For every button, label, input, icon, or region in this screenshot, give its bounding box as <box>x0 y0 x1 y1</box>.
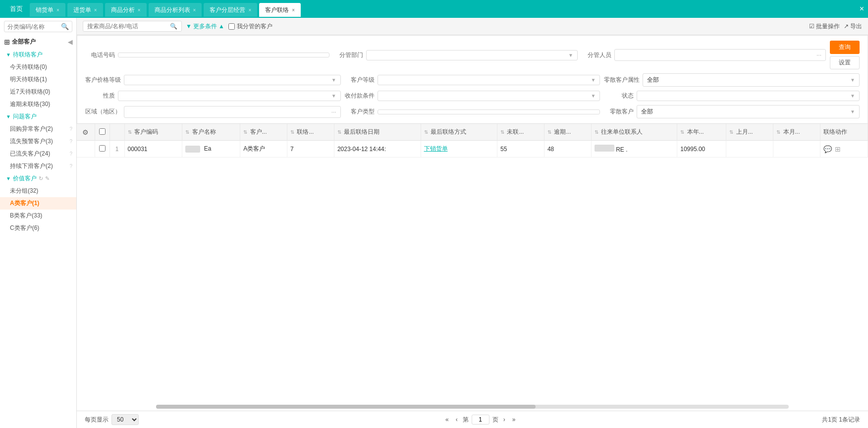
payment-select[interactable]: ▼ <box>378 91 600 101</box>
all-customers-header[interactable]: ⊞ 全部客户 ◀ <box>0 35 76 49</box>
chat-icon[interactable]: 💬 <box>823 145 832 153</box>
sidebar-item-7days-contact[interactable]: 近7天待联络(0) <box>0 86 76 98</box>
close-customer-segment-icon[interactable]: × <box>248 7 251 13</box>
edit-icon[interactable]: ✎ <box>45 175 50 182</box>
col-overdue[interactable]: ⇅ 逾期... <box>544 124 591 141</box>
sidebar-item-class-a[interactable]: A类客户(1) <box>0 197 76 210</box>
page-number-input[interactable] <box>472 415 489 425</box>
col-last-month[interactable]: ⇅ 上月... <box>726 124 773 141</box>
col-checkbox[interactable] <box>95 124 109 141</box>
sidebar-item-class-c[interactable]: C类客户(6) <box>0 222 76 234</box>
sidebar-item-declining[interactable]: 持续下滑客户(2) ? <box>0 160 76 172</box>
next-page-button[interactable]: › <box>501 415 507 424</box>
sort-overdue-icon[interactable]: ⇅ <box>547 129 551 135</box>
close-product-analysis-icon[interactable]: × <box>138 7 141 13</box>
search-submit-icon[interactable]: 🔍 <box>170 23 177 30</box>
sort-contact-icon[interactable]: ⇅ <box>290 129 294 135</box>
collapse-icon[interactable]: ◀ <box>68 39 72 46</box>
export-button[interactable]: ↗ 导出 <box>844 22 862 31</box>
sidebar-item-today-contact[interactable]: 今天待联络(0) <box>0 61 76 73</box>
search-input[interactable] <box>87 23 170 30</box>
col-last-contact-method[interactable]: ⇅ 最后联络方式 <box>421 124 497 141</box>
sort-last-month-icon[interactable]: ⇅ <box>729 129 733 135</box>
close-customer-contact-icon[interactable]: × <box>292 7 295 13</box>
sidebar-item-churned[interactable]: 已流失客户(24) ? <box>0 148 76 160</box>
customer-grade-select[interactable]: ▼ <box>378 75 600 85</box>
horizontal-scrollbar[interactable] <box>77 403 868 411</box>
sidebar-search-input[interactable] <box>7 23 61 30</box>
sparse-customer-select[interactable]: 全部 ▼ <box>637 105 860 118</box>
phone-input[interactable] <box>118 53 329 57</box>
scrollbar-track[interactable] <box>156 405 789 409</box>
col-last-contact-date[interactable]: ⇅ 最后联络日期 <box>334 124 421 141</box>
tab-customer-segment[interactable]: 客户分层经营 × <box>204 3 257 17</box>
sidebar-group-value-customers[interactable]: ▼ 价值客户 ↻ ✎ <box>0 172 76 185</box>
col-customer-code[interactable]: ⇅ 客户编码 <box>124 124 182 141</box>
col-customer-name[interactable]: ⇅ 客户名称 <box>182 124 240 141</box>
home-tab[interactable]: 首页 <box>4 4 29 13</box>
row-last-contact-method[interactable]: 下销货单 <box>421 141 497 158</box>
last-page-button[interactable]: » <box>510 415 518 424</box>
price-grade-select[interactable]: ▼ <box>124 75 341 85</box>
table-settings-icon[interactable]: ⚙ <box>82 128 89 136</box>
status-select[interactable]: ▼ <box>637 91 860 101</box>
sidebar-item-overdue-contact[interactable]: 逾期未联络(30) <box>0 98 76 110</box>
scrollbar-thumb[interactable] <box>156 405 536 409</box>
col-unit-contact[interactable]: ⇅ 往来单位联系人 <box>591 124 677 141</box>
settings-button[interactable]: 设置 <box>830 56 860 69</box>
nature-select[interactable]: ▼ <box>118 91 341 101</box>
sidebar-search-box[interactable]: 🔍 <box>4 21 72 32</box>
col-not-contacted[interactable]: ⇅ 未联... <box>497 124 544 141</box>
person-input[interactable]: ··· <box>614 49 826 61</box>
select-all-checkbox[interactable] <box>99 128 106 135</box>
my-customer-check[interactable] <box>228 23 235 30</box>
my-customer-checkbox[interactable]: 我分管的客户 <box>228 22 272 31</box>
close-product-analysis-list-icon[interactable]: × <box>193 7 196 13</box>
col-settings[interactable]: ⚙ <box>77 124 95 141</box>
grid-action-icon[interactable]: ⊞ <box>835 145 841 153</box>
sidebar-item-repurchase-abnormal[interactable]: 回购异常客户(2) ? <box>0 123 76 135</box>
search-box[interactable]: 🔍 <box>83 21 182 32</box>
sort-this-month-icon[interactable]: ⇅ <box>776 129 780 135</box>
tab-purchase-order[interactable]: 进货单 × <box>67 3 103 17</box>
refresh-icon[interactable]: ↻ <box>39 175 43 182</box>
col-customer-type[interactable]: ⇅ 客户... <box>240 124 287 141</box>
sort-type-icon[interactable]: ⇅ <box>243 129 247 135</box>
sparse-attr-select[interactable]: 全部 ▼ <box>643 73 860 87</box>
per-page-select[interactable]: 50 100 200 <box>111 414 139 425</box>
tab-product-analysis[interactable]: 商品分析 × <box>105 3 147 17</box>
prev-page-button[interactable]: ‹ <box>454 415 460 424</box>
col-this-year[interactable]: ⇅ 本年... <box>677 124 726 141</box>
query-button[interactable]: 查询 <box>830 41 860 54</box>
row-select-checkbox[interactable] <box>99 145 106 152</box>
first-page-button[interactable]: « <box>443 415 451 424</box>
sort-not-contacted-icon[interactable]: ⇅ <box>500 129 504 135</box>
tab-sales-order[interactable]: 销货单 × <box>30 3 65 17</box>
customer-type-input[interactable] <box>378 109 600 114</box>
sidebar-item-churn-warning[interactable]: 流失预警客户(3) ? <box>0 135 76 148</box>
sort-date-icon[interactable]: ⇅ <box>337 129 341 135</box>
batch-op-button[interactable]: ☑ 批量操作 <box>809 22 840 31</box>
sidebar-group-problem-customers[interactable]: ▼ 问题客户 <box>0 110 76 123</box>
col-this-month[interactable]: ⇅ 本月... <box>773 124 820 141</box>
row-checkbox[interactable] <box>95 141 109 158</box>
tab-customer-contact[interactable]: 客户联络 × <box>259 3 301 17</box>
sort-method-icon[interactable]: ⇅ <box>424 129 428 135</box>
close-purchase-order-icon[interactable]: × <box>94 7 97 13</box>
more-filter-button[interactable]: ▼ 更多条件 ▲ <box>186 22 224 31</box>
sidebar-item-tomorrow-contact[interactable]: 明天待联络(1) <box>0 73 76 86</box>
sidebar-item-unclassified[interactable]: 未分组(32) <box>0 185 76 197</box>
contact-method-link[interactable]: 下销货单 <box>424 145 448 152</box>
col-contact[interactable]: ⇅ 联络... <box>287 124 334 141</box>
sort-code-icon[interactable]: ⇅ <box>128 129 132 135</box>
sort-unit-contact-icon[interactable]: ⇅ <box>595 129 598 135</box>
sidebar-item-class-b[interactable]: B类客户(33) <box>0 210 76 222</box>
close-all-button[interactable]: × <box>860 4 864 13</box>
sort-name-icon[interactable]: ⇅ <box>185 129 189 135</box>
sort-this-year-icon[interactable]: ⇅ <box>680 129 684 135</box>
dept-select[interactable]: ▼ <box>366 50 578 60</box>
close-sales-order-icon[interactable]: × <box>56 7 59 13</box>
region-input[interactable]: ··· <box>124 106 341 118</box>
tab-product-analysis-list[interactable]: 商品分析列表 × <box>149 3 202 17</box>
sidebar-group-pending-contact[interactable]: ▼ 待联络客户 <box>0 49 76 61</box>
